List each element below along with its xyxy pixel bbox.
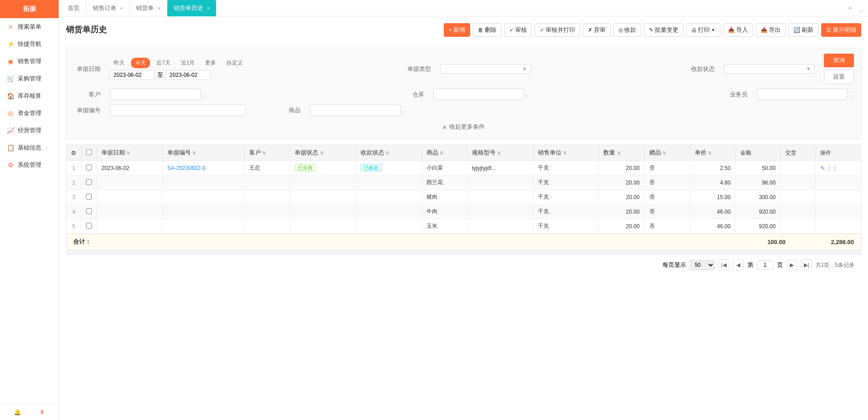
sidebar-item-finance[interactable]: ◎ 资金管理 — [0, 105, 59, 122]
date-from-input[interactable] — [110, 70, 155, 80]
delete-action-link[interactable]: ⋮⋮ — [827, 165, 838, 171]
page-number-input[interactable] — [757, 260, 773, 270]
col-checkbox[interactable] — [81, 145, 97, 161]
export-button[interactable]: 📤 导出 — [756, 23, 786, 37]
doc-number-link[interactable]: SA-20230602-0 — [167, 165, 206, 171]
goods-ellipsis-icon[interactable]: ... — [402, 107, 407, 114]
goods-input[interactable] — [310, 105, 401, 116]
row-checkbox[interactable] — [86, 223, 92, 229]
batch-change-button[interactable]: ✎ 批量变更 — [644, 23, 683, 37]
customer-input[interactable] — [110, 89, 201, 100]
doc-status-sort-icon[interactable]: ⇅ — [320, 150, 324, 155]
new-button[interactable]: + 新增 — [444, 23, 470, 37]
sidebar-item-operations[interactable]: 📈 经营管理 — [0, 122, 59, 139]
date-btn-more[interactable]: 更多 — [201, 58, 220, 68]
row-checkbox[interactable] — [86, 165, 92, 170]
gift-sort-icon[interactable]: ⇅ — [662, 150, 666, 155]
total-info: 共1页，5条记录 — [816, 261, 854, 269]
import-button[interactable]: 📥 导入 — [723, 23, 753, 37]
notification-icon[interactable]: 🔔 — [14, 409, 21, 415]
tab-sales-delivery-close[interactable]: × — [157, 5, 160, 11]
show-detail-icon: ☰ — [826, 27, 831, 33]
sidebar-item-basic-info[interactable]: 📋 基础信息 — [0, 139, 59, 156]
warehouse-ellipsis-icon[interactable]: ... — [526, 91, 531, 98]
query-buttons: 查询 设置 — [824, 54, 854, 84]
date-btn-yesterday[interactable]: 昨天 — [110, 58, 129, 68]
abandon-button[interactable]: ✗ 弃审 — [583, 23, 611, 37]
prev-page-button[interactable]: ◀ — [733, 260, 744, 270]
date-btn-custom[interactable]: 自定义 — [222, 58, 247, 68]
warehouse-input[interactable] — [433, 89, 524, 100]
window-close-button[interactable]: × — [845, 4, 854, 13]
print-button[interactable]: 🖨 打印 ▼ — [686, 23, 720, 37]
pause-icon[interactable]: ⏸ — [39, 409, 45, 415]
print-icon: 🖨 — [691, 27, 697, 33]
cell-checkbox[interactable] — [81, 190, 97, 205]
horizontal-scrollbar[interactable] — [66, 250, 861, 255]
refresh-button[interactable]: 🔄 刷新 — [788, 23, 818, 37]
edit-action-link[interactable]: ✎ — [820, 165, 825, 171]
unit-price-sort-icon[interactable]: ⇅ — [708, 150, 712, 155]
select-all-checkbox[interactable] — [86, 149, 92, 155]
tab-sales-history[interactable]: 销货单历史 × — [167, 0, 216, 16]
salesperson-ellipsis-icon[interactable]: ... — [849, 91, 854, 98]
cell-checkbox[interactable] — [81, 219, 97, 234]
col-gear[interactable]: ⚙ — [66, 145, 81, 161]
salesperson-input[interactable] — [757, 89, 848, 100]
tab-sales-order[interactable]: 销售订单 × — [86, 0, 130, 16]
doc-type-select[interactable]: ▼ — [440, 64, 531, 74]
cell-unit-price: 15.00 — [690, 190, 735, 205]
cell-checkbox[interactable] — [81, 205, 97, 219]
tab-sales-delivery[interactable]: 销货单 × — [130, 0, 167, 16]
collapse-button[interactable]: ∧ 收起更多条件 — [440, 120, 487, 133]
delete-button[interactable]: 🗑 删除 — [473, 23, 502, 37]
tab-home[interactable]: 首页 — [61, 0, 86, 16]
row-checkbox[interactable] — [86, 179, 92, 185]
first-page-button[interactable]: |◀ — [718, 260, 729, 270]
settings-button[interactable]: 设置 — [824, 70, 854, 84]
payment-status-sort-icon[interactable]: ⇅ — [386, 150, 389, 155]
customer-sort-icon[interactable]: ⇅ — [262, 150, 266, 155]
cell-checkbox[interactable] — [81, 175, 97, 190]
purchase-mgmt-icon: 🛒 — [7, 75, 14, 82]
goods-sort-icon[interactable]: ⇅ — [440, 150, 443, 155]
show-detail-button[interactable]: ☰ 显示明细 — [821, 23, 861, 37]
cell-gift: 否 — [644, 161, 690, 175]
row-checkbox[interactable] — [86, 194, 92, 200]
doc-date-sort-icon[interactable]: ⇅ — [126, 150, 130, 155]
tab-sales-history-close[interactable]: × — [207, 5, 210, 11]
gear-settings-icon[interactable]: ⚙ — [71, 150, 76, 156]
next-page-button[interactable]: ▶ — [787, 260, 798, 270]
doc-number-sort-icon[interactable]: ⇅ — [192, 150, 196, 155]
tab-sales-order-close[interactable]: × — [120, 5, 123, 11]
col-doc-status: 单据状态 ⇅ — [290, 145, 356, 161]
customer-ellipsis-icon[interactable]: ... — [202, 91, 207, 98]
review-button[interactable]: ✓ 审核 — [504, 23, 532, 37]
date-btn-today[interactable]: 今天 — [131, 58, 150, 68]
date-btn-1month[interactable]: 近1月 — [177, 58, 199, 68]
spec-model-sort-icon[interactable]: ⇅ — [497, 150, 501, 155]
sidebar-item-inventory[interactable]: 🏠 库存核算 — [0, 87, 59, 105]
review-print-button[interactable]: ✓ 审核并打印 — [535, 23, 580, 37]
cell-transaction — [780, 161, 815, 175]
last-page-button[interactable]: ▶| — [801, 260, 812, 270]
cell-checkbox[interactable] — [81, 161, 97, 175]
cell-doc-status — [290, 219, 356, 234]
window-minimize-button[interactable]: _ — [857, 4, 866, 13]
row-checkbox[interactable] — [86, 208, 92, 214]
query-button[interactable]: 查询 — [824, 54, 854, 67]
sidebar-item-search-menu[interactable]: ≡ 搜索菜单 — [0, 18, 59, 35]
quantity-sort-icon[interactable]: ⇅ — [617, 150, 621, 155]
page-size-select[interactable]: 50 100 200 — [690, 260, 715, 270]
sidebar-item-purchase-mgmt[interactable]: 🛒 采购管理 — [0, 70, 59, 87]
payment-status-select[interactable]: ▼ — [724, 64, 815, 74]
cell-amount: 920.00 — [735, 219, 780, 234]
sidebar-item-sales-mgmt[interactable]: ◉ 销售管理 — [0, 53, 59, 70]
sidebar-item-system-mgmt[interactable]: ⚙ 系统管理 — [0, 156, 59, 174]
sales-unit-sort-icon[interactable]: ⇅ — [563, 150, 567, 155]
sidebar-item-quick-nav[interactable]: ⚡ 快捷导航 — [0, 35, 59, 53]
date-to-input[interactable] — [166, 70, 211, 80]
receive-button[interactable]: ◎ 收款 — [613, 23, 641, 37]
date-btn-7days[interactable]: 近7天 — [152, 58, 175, 68]
doc-number-input[interactable] — [110, 105, 246, 116]
